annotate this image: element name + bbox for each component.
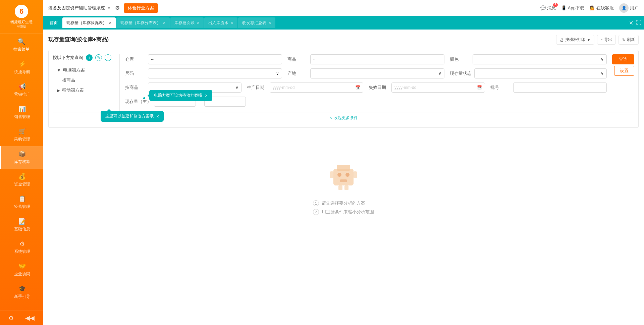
- tab-batch[interactable]: 库存批次账 ✕: [170, 17, 204, 28]
- tab-home[interactable]: 首页: [46, 17, 62, 28]
- production-date-input[interactable]: yyyy-mm-dd 📅: [270, 83, 363, 93]
- tab-inventory-status[interactable]: 现存量（库存状况表） ✕: [62, 17, 116, 28]
- edit-scheme-button[interactable]: ✎: [95, 54, 102, 61]
- back-button[interactable]: ←: [105, 54, 111, 61]
- sales-icon: 📊: [18, 105, 26, 113]
- export-label: 导出: [604, 37, 612, 43]
- settings-icon[interactable]: ⚙: [8, 314, 14, 322]
- sidebar-item-operation[interactable]: 📋 经营管理: [0, 191, 43, 214]
- size-select[interactable]: ∨: [148, 68, 282, 78]
- search-panel-header: 按以下方案查询 + ✎ ←: [53, 54, 115, 61]
- service-label: 在线客服: [596, 5, 614, 11]
- category-arrow: ∨: [235, 85, 238, 90]
- tab-collect-close[interactable]: ✕: [268, 21, 271, 25]
- scheme-item-arrow: ▶: [57, 88, 60, 93]
- sidebar-item-marketing[interactable]: 📢 营销推广: [0, 79, 43, 101]
- app-download-group[interactable]: 📱 App下载: [561, 5, 584, 11]
- sidebar-search[interactable]: 🔍 搜索菜单: [0, 34, 43, 56]
- scheme-panel: 按以下方案查询 + ✎ ← ▼ 电脑端方案 接商品: [53, 54, 120, 111]
- service-group[interactable]: 💁 在线客服: [590, 5, 614, 11]
- goods-label: 商品: [287, 56, 308, 62]
- origin-select[interactable]: ∨: [310, 68, 444, 78]
- scheme-item-label: 电脑端方案: [63, 67, 85, 73]
- guide-icon: 🎓: [18, 285, 26, 292]
- scheme-sub-item[interactable]: 接商品: [53, 75, 115, 85]
- scheme-sub-label: 接商品: [62, 77, 75, 83]
- filter-production-date: 生产日期 yyyy-mm-dd 📅: [247, 83, 363, 93]
- tooltip-pc-close[interactable]: ×: [205, 93, 208, 98]
- collapse-icon[interactable]: ◀◀: [25, 314, 35, 322]
- tab-close-all-icon[interactable]: ✕: [629, 20, 633, 26]
- tab-batch-label: 库存批次账: [174, 20, 195, 26]
- production-date-placeholder: yyyy-mm-dd: [273, 85, 294, 90]
- print-button[interactable]: 🖨 按模板打印 ▼: [556, 35, 594, 45]
- sidebar-item-label: 经营管理: [14, 204, 30, 210]
- sidebar-item-basic[interactable]: 📝 基础信息: [0, 214, 43, 236]
- color-select[interactable]: ∨: [473, 54, 607, 64]
- sidebar-item-sales[interactable]: 📊 销售管理: [0, 101, 43, 124]
- category-label: 按商品: [125, 85, 145, 91]
- sidebar-item-label: 采购管理: [14, 137, 30, 142]
- tab-inout[interactable]: 出入库流水 ✕: [204, 17, 237, 28]
- sidebar-item-guide[interactable]: 🎓 新手引导: [0, 281, 43, 304]
- stock-status-select[interactable]: ∨: [474, 68, 607, 78]
- gear-icon[interactable]: ⚙: [115, 5, 120, 11]
- tab-maximize-icon[interactable]: ⛶: [636, 20, 641, 26]
- expiry-date-input[interactable]: yyyy-mm-dd 📅: [391, 83, 485, 93]
- stock-status-label: 现存量状态: [450, 70, 472, 76]
- sidebar-item-quick[interactable]: ⚡ 快捷导航: [0, 56, 43, 79]
- size-arrow: ∨: [276, 71, 279, 76]
- sidebar-item-inventory[interactable]: 📦 库存核算: [0, 146, 43, 169]
- export-button[interactable]: ↑ 导出: [597, 35, 616, 45]
- scheme-item-mobile[interactable]: ▶ 移动端方案: [53, 85, 115, 95]
- tooltip-edit-scheme: 这里可以创建和修改方案哦 ×: [101, 111, 164, 122]
- tip2-num: 2: [313, 209, 319, 215]
- add-scheme-button[interactable]: +: [86, 54, 93, 61]
- expiry-date-calendar-icon[interactable]: 📅: [477, 85, 482, 90]
- trial-button[interactable]: 体验行业方案: [124, 3, 158, 13]
- search-panel-label: 按以下方案查询: [53, 55, 83, 61]
- origin-label: 产地: [287, 70, 308, 76]
- stock-status-arrow: ∨: [601, 71, 604, 76]
- sidebar-item-finance[interactable]: 💰 资金管理: [0, 169, 43, 191]
- app-icon: 📱: [561, 5, 567, 10]
- user-group[interactable]: 👤 用户: [619, 3, 639, 13]
- svg-rect-3: [354, 171, 357, 178]
- tooltip-edit-close[interactable]: ×: [156, 114, 159, 119]
- sidebar-item-label: 库存核算: [14, 159, 30, 165]
- tab-inventory-status-close[interactable]: ✕: [109, 21, 112, 25]
- tab-home-label: 首页: [50, 20, 58, 26]
- sidebar-item-system[interactable]: ⚙ 系统管理: [0, 236, 43, 259]
- filter-row-2: 尺码 ∨ 产地 ∨: [125, 68, 607, 78]
- svg-point-5: [345, 173, 350, 177]
- svg-rect-6: [340, 179, 347, 182]
- goods-select[interactable]: ···: [310, 54, 444, 64]
- warehouse-label: 仓库: [125, 56, 145, 62]
- refresh-button[interactable]: ↻ 刷新: [619, 35, 639, 45]
- search-action-buttons: 查询 设置: [612, 54, 634, 76]
- tab-batch-close[interactable]: ✕: [197, 21, 200, 25]
- scheme-item-pc[interactable]: ▼ 电脑端方案: [53, 65, 115, 75]
- search-icon: 🔍: [18, 38, 25, 45]
- setting-button[interactable]: 设置: [614, 66, 634, 76]
- production-date-calendar-icon[interactable]: 📅: [355, 85, 360, 90]
- sidebar-item-purchase[interactable]: 🛒 采购管理: [0, 124, 43, 146]
- tab-inventory-dist[interactable]: 现存量（库存分布表） ✕: [116, 17, 170, 28]
- page-title-row: 现存量查询(按仓库+商品) 🖨 按模板打印 ▼ ↑ 导出 ↻ 刷新: [48, 35, 639, 45]
- search-button[interactable]: 查询: [612, 54, 634, 64]
- system-icon: ⚙: [19, 240, 25, 248]
- batch-no-input[interactable]: [513, 83, 607, 93]
- export-icon: ↑: [601, 38, 603, 42]
- origin-arrow: ∨: [438, 71, 441, 76]
- system-title-dropdown[interactable]: ▼: [107, 6, 111, 10]
- tab-collect[interactable]: 收发存汇总表 ✕: [238, 17, 275, 28]
- scheme-item-arrow: ▼: [57, 68, 61, 73]
- avatar: 👤: [619, 3, 629, 13]
- system-title: 装备及固定资产辅助管理系统 ▼: [48, 5, 111, 11]
- sidebar-item-enterprise[interactable]: 🤝 企业协同: [0, 259, 43, 281]
- tab-inventory-dist-close[interactable]: ✕: [163, 21, 166, 25]
- warehouse-select[interactable]: ···: [148, 54, 282, 64]
- purchase-icon: 🛒: [18, 128, 26, 135]
- message-group[interactable]: 💬 消息 6: [540, 5, 556, 11]
- tab-inout-close[interactable]: ✕: [230, 21, 233, 25]
